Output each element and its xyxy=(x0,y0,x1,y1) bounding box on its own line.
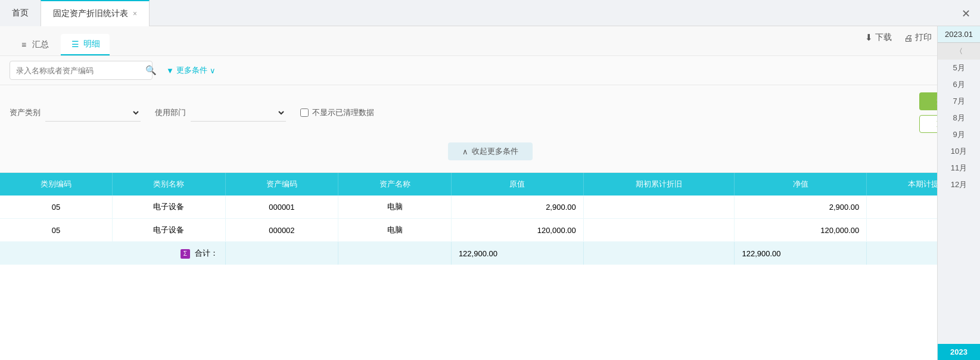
download-label: 下载 xyxy=(875,32,892,43)
search-icon: 🔍 xyxy=(145,65,157,76)
cell-cat-name-1: 电子设备 xyxy=(112,195,225,219)
cell-asset-code-2: 000002 xyxy=(225,219,338,242)
date-nav-12[interactable]: 12月 xyxy=(938,176,980,193)
hide-cleared-group: 不显示已清理数据 xyxy=(300,107,374,118)
tab-summary[interactable]: ≡ 汇总 xyxy=(10,34,58,55)
cell-accum-dep-2 xyxy=(583,219,735,242)
tab-active[interactable]: 固定资产折旧统计表 × xyxy=(41,0,150,26)
search-input[interactable] xyxy=(10,61,153,80)
more-conditions-label: 更多条件 xyxy=(176,65,207,76)
content-area: ≡ 汇总 ☰ 明细 ⬇ 下载 🖨 打印 xyxy=(0,26,980,360)
date-nav-9[interactable]: 9月 xyxy=(938,126,980,143)
data-table: 类别编码 类别名称 资产编码 资产名称 原值 期初累计折旧 净值 本期计提 05 xyxy=(0,173,980,265)
cell-cat-code-1: 05 xyxy=(0,195,112,219)
sub-tab-bar: ≡ 汇总 ☰ 明细 ⬇ 下载 🖨 打印 xyxy=(0,26,980,56)
download-icon: ⬇ xyxy=(865,32,873,43)
footer-label-text: 合计： xyxy=(195,249,218,257)
main-panel: ≡ 汇总 ☰ 明细 ⬇ 下载 🖨 打印 xyxy=(0,26,980,360)
asset-type-group: 资产类别 xyxy=(10,104,141,122)
date-nav-up[interactable]: 〈 xyxy=(938,43,980,60)
cell-orig-val-1: 2,900.00 xyxy=(451,195,583,219)
collapse-label: 收起更多条件 xyxy=(472,146,518,157)
hide-cleared-checkbox[interactable] xyxy=(300,108,309,117)
cell-net-val-1: 2,900.00 xyxy=(735,195,867,219)
cell-net-val-2: 120,000.00 xyxy=(735,219,867,242)
dept-label: 使用部门 xyxy=(155,107,186,118)
filter-row-1: 资产类别 使用部门 不显示已清理数据 xyxy=(10,92,970,133)
print-label: 打印 xyxy=(915,32,932,43)
tab-detail-label: 明细 xyxy=(83,39,100,49)
footer-orig-val: 122,900.00 xyxy=(451,242,583,265)
download-button[interactable]: ⬇ 下载 xyxy=(865,32,892,43)
tab-active-label: 固定资产折旧统计表 xyxy=(53,8,128,19)
filter-icon: ▼ xyxy=(166,66,174,75)
col-original-value: 原值 xyxy=(451,173,583,195)
date-nav-5[interactable]: 5月 xyxy=(938,60,980,76)
col-asset-name: 资产名称 xyxy=(338,173,452,195)
cell-orig-val-2: 120,000.00 xyxy=(451,219,583,242)
footer-accum-dep xyxy=(583,242,735,265)
cell-asset-name-2: 电脑 xyxy=(338,219,452,242)
col-cat-name: 类别名称 xyxy=(112,173,225,195)
table-row: 05 电子设备 000001 电脑 2,900.00 2,900.00 xyxy=(0,195,980,219)
page-wrap: 首页 固定资产折旧统计表 × ✕ ≡ 汇总 ☰ 明细 ⬇ xyxy=(0,0,980,360)
col-asset-code: 资产编码 xyxy=(225,173,338,195)
col-net-value: 净值 xyxy=(735,173,867,195)
cell-accum-dep-1 xyxy=(583,195,735,219)
table-row: 05 电子设备 000002 电脑 120,000.00 120,000.00 xyxy=(0,219,980,242)
cell-cat-code-2: 05 xyxy=(0,219,112,242)
advanced-filter: 资产类别 使用部门 不显示已清理数据 xyxy=(0,85,980,173)
asset-type-label: 资产类别 xyxy=(10,107,41,118)
collapse-button[interactable]: ∧ 收起更多条件 xyxy=(448,142,533,160)
table-header-row: 类别编码 类别名称 资产编码 资产名称 原值 期初累计折旧 净值 本期计提 xyxy=(0,173,980,195)
data-table-wrap[interactable]: 类别编码 类别名称 资产编码 资产名称 原值 期初累计折旧 净值 本期计提 05 xyxy=(0,173,980,360)
tab-bar: 首页 固定资产折旧统计表 × ✕ xyxy=(0,0,980,26)
cell-asset-name-1: 电脑 xyxy=(338,195,452,219)
date-nav-10[interactable]: 10月 xyxy=(938,143,980,160)
tab-close-icon[interactable]: × xyxy=(133,10,137,18)
date-nav-11[interactable]: 11月 xyxy=(938,160,980,176)
date-nav: 2023.01 〈 5月 6月 7月 8月 9月 10月 11月 12月 202… xyxy=(937,26,980,360)
print-icon: 🖨 xyxy=(904,33,913,43)
footer-label: Σ 合计： xyxy=(0,242,225,265)
date-nav-8[interactable]: 8月 xyxy=(938,110,980,126)
dept-group: 使用部门 xyxy=(155,104,286,122)
date-nav-year[interactable]: 2023 xyxy=(938,344,980,360)
dept-select[interactable] xyxy=(191,104,286,122)
window-close-icon[interactable]: ✕ xyxy=(962,7,970,20)
print-button[interactable]: 🖨 打印 xyxy=(904,32,932,43)
footer-asset-name xyxy=(338,242,452,265)
col-cat-code: 类别编码 xyxy=(0,173,112,195)
cell-cat-name-2: 电子设备 xyxy=(112,219,225,242)
chevron-down-icon: ∨ xyxy=(210,66,216,75)
hide-cleared-label: 不显示已清理数据 xyxy=(312,107,374,118)
tab-summary-label: 汇总 xyxy=(32,39,49,50)
detail-icon: ☰ xyxy=(70,39,80,49)
date-nav-7[interactable]: 7月 xyxy=(938,93,980,110)
date-header: 2023.01 xyxy=(938,26,980,43)
tab-home[interactable]: 首页 xyxy=(0,0,41,26)
tab-detail[interactable]: ☰ 明细 xyxy=(61,34,110,55)
collapse-icon: ∧ xyxy=(462,147,468,156)
asset-type-select[interactable] xyxy=(45,104,141,122)
more-conditions-button[interactable]: ▼ 更多条件 ∨ xyxy=(166,65,216,76)
cell-asset-code-1: 000001 xyxy=(225,195,338,219)
date-nav-6[interactable]: 6月 xyxy=(938,76,980,93)
footer-net-val: 122,900.00 xyxy=(735,242,867,265)
sum-icon: Σ xyxy=(181,249,190,259)
summary-icon: ≡ xyxy=(19,40,29,49)
filter-bar: 🔍 ▼ 更多条件 ∨ xyxy=(0,56,980,85)
col-accum-depreciation: 期初累计折旧 xyxy=(583,173,735,195)
footer-asset-code xyxy=(225,242,338,265)
table-footer-row: Σ 合计： 122,900.00 122,900.00 xyxy=(0,242,980,265)
